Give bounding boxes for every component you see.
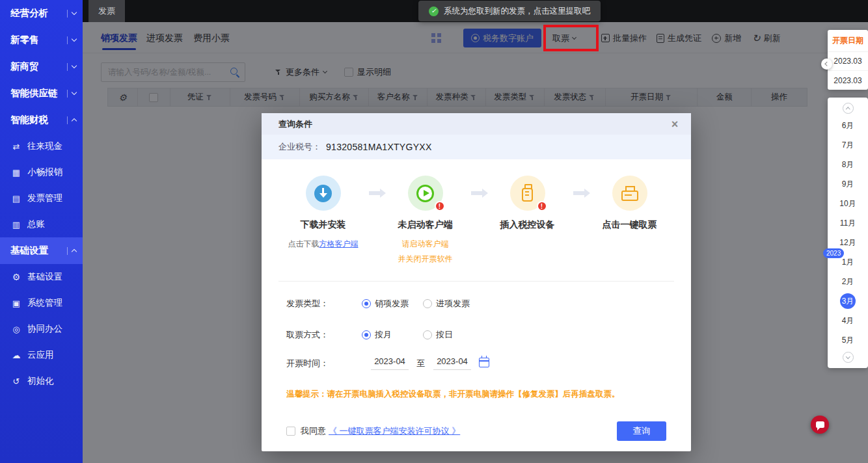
agree-checkbox[interactable] [286,427,295,436]
sidebar-item-label: 云应用 [27,349,54,361]
month-item[interactable]: 9月 [828,174,868,194]
step-title: 未启动客户端 [381,219,470,231]
step-insert-device: 插入税控设备 [483,176,573,267]
sidebar-item-expense[interactable]: 小畅报销 [0,159,83,185]
month-item[interactable]: 5月 [828,330,868,350]
download-icon [306,176,341,211]
scroll-down-button[interactable] [843,352,854,363]
sidebar-group-business-analysis[interactable]: 经营分析 [0,0,83,27]
play-icon [416,185,434,202]
recent-date-item[interactable]: 2023.03 [828,71,868,90]
month-item[interactable]: 6月 [828,116,868,135]
client-warning-line1: 请启动客户端 [381,237,470,252]
radio-by-day[interactable]: 按日 [423,329,453,341]
sidebar-item-label: 协同办公 [27,323,62,335]
date-range-label: 开票时间： [286,358,329,369]
sidebar-group-new-retail[interactable]: 新零售 [0,27,83,53]
step-client-not-started: 未启动客户端 请启动客户端 并关闭开票软件 [381,176,470,267]
radio-icon [423,330,432,339]
chevron-down-icon [846,354,850,358]
month-item-active[interactable]: 3月 [828,291,868,311]
radio-selected-icon [362,299,371,308]
warning-badge-icon [537,201,547,211]
close-icon[interactable] [668,117,682,131]
invoice-type-label: 发票类型： [286,298,329,310]
month-item[interactable]: 7月 [828,135,868,155]
divider [67,90,68,98]
arrow-right-icon [573,191,584,195]
radio-selected-icon [362,330,371,339]
month-item[interactable]: 2月 [828,272,868,291]
radio-purchase-invoice[interactable]: 进项发票 [423,298,470,310]
sidebar-item-basic-settings[interactable]: 基础设置 [0,264,83,290]
chevron-down-icon [72,10,77,15]
date-panel-title[interactable]: 开票日期 [828,30,868,52]
sidebar-group-new-trade[interactable]: 新商贸 [0,53,83,80]
date-separator: 至 [416,358,425,369]
sidebar-item-cloud-apps[interactable]: 云应用 [0,342,83,368]
sidebar-item-cash-flow[interactable]: 往来现金 [0,133,83,159]
query-button[interactable]: 查询 [617,421,666,441]
radio-label: 销项发票 [375,298,409,310]
collapse-panel-button[interactable] [821,59,832,70]
sidebar-item-label: 总账 [27,218,45,230]
divider [67,116,68,124]
sidebar-group-basic-settings[interactable]: 基础设置 [0,237,83,264]
divider [67,36,68,44]
chevron-left-icon [825,62,829,66]
modal-footer: 我同意 《 一键取票客户端安装许可协议 》 查询 [286,421,666,441]
month-item[interactable]: 10月 [828,194,868,213]
agreement-link[interactable]: 《 一键取票客户端安装许可协议 》 [329,425,460,437]
client-download-link[interactable]: 方格客户端 [319,239,359,248]
radio-by-month[interactable]: 按月 [362,329,392,341]
chevron-up-icon [72,118,77,124]
sidebar-group-smart-supply-chain[interactable]: 智能供应链 [0,80,83,107]
warning-badge-icon [435,201,445,211]
recent-date-item[interactable]: 2023.03 [828,52,868,71]
sidebar-item-label: 基础设置 [27,271,62,283]
date-to-input[interactable] [433,356,471,370]
step-title: 插入税控设备 [483,219,573,231]
invoice-type-row: 发票类型： 销项发票 进项发票 [286,297,666,310]
initialize-icon [11,377,21,386]
step-download-install: 下载并安装 点击下载方格客户端 [278,176,368,267]
agree-label: 我同意 [301,425,326,437]
sidebar-item-label: 小畅报销 [27,166,62,178]
radio-icon [423,299,432,308]
client-warning-line2: 并关闭开票软件 [381,252,470,267]
support-chat-button[interactable] [811,416,829,434]
radio-label: 按月 [375,329,392,341]
scroll-up-button[interactable] [843,103,854,114]
sidebar-item-initialize[interactable]: 初始化 [0,368,83,394]
month-item[interactable]: 11月 [828,213,868,233]
sidebar-item-system-management[interactable]: 系统管理 [0,290,83,316]
sidebar-group-label: 新商贸 [10,60,39,73]
fetch-mode-label: 取票方式： [286,329,329,341]
modal-header: 查询条件 [262,113,691,135]
chevron-up-icon [72,249,77,254]
sidebar-item-collaboration[interactable]: 协同办公 [0,316,83,342]
date-from-input[interactable] [371,356,409,370]
query-conditions-modal: 查询条件 企业税号： 91320581MA1XTYGYXX 下载并安装 点击下载… [262,113,691,451]
invoice-icon [11,194,21,204]
step-title: 点击一键取票 [585,219,675,231]
topbar-tab-invoice[interactable]: 发票 [88,0,125,22]
sidebar-item-general-ledger[interactable]: 总账 [0,211,83,237]
tax-number-value: 91320581MA1XTYGYXX [326,142,432,152]
sidebar-group-label: 智能财税 [10,114,48,126]
chevron-up-icon [846,107,850,111]
tax-number-label: 企业税号： [278,141,321,153]
sidebar-group-label: 智能供应链 [10,87,58,99]
app-root: 经营分析 新零售 新商贸 智能供应链 智能财税 往来现金 小畅报销 [0,0,868,463]
arrow-right-icon [471,191,482,195]
sidebar-group-label: 新零售 [10,34,39,46]
sidebar-item-invoice-management[interactable]: 发票管理 [0,185,83,211]
sidebar: 经营分析 新零售 新商贸 智能供应链 智能财税 往来现金 小畅报销 [0,0,83,463]
radio-sales-invoice[interactable]: 销项发票 [362,298,409,310]
new-invoice-toast[interactable]: 系统为您取到新的发票，点击这里提取吧 [418,1,601,21]
month-item[interactable]: 8月 [828,155,868,174]
month-item[interactable]: 4月 [828,311,868,330]
sidebar-group-smart-finance-tax[interactable]: 智能财税 [0,107,83,133]
calendar-icon[interactable] [479,358,489,367]
month-picker: 6月 7月 8月 9月 10月 11月 12月 2023 1月 2月 3月 4月… [828,98,868,368]
